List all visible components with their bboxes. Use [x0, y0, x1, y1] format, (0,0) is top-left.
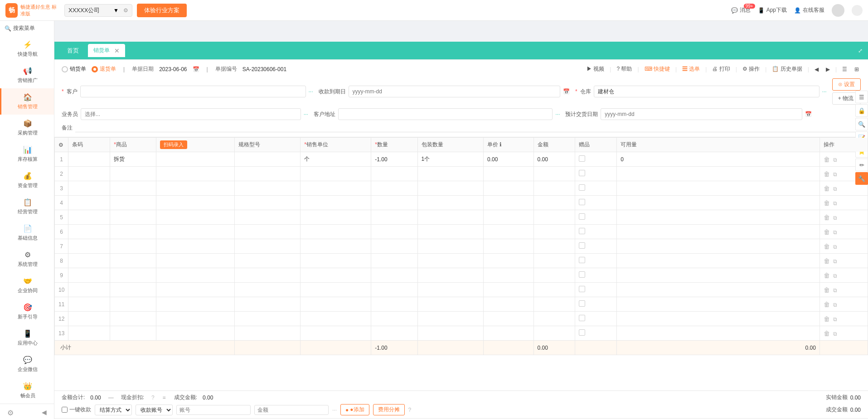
float-btn-1[interactable]: ☰ — [855, 91, 868, 103]
row-spec[interactable] — [234, 283, 301, 297]
sidebar-item-operations[interactable]: 📋 经营管理 — [0, 193, 54, 220]
row-product[interactable] — [110, 239, 156, 254]
customer-address-input[interactable] — [338, 108, 553, 120]
message-button[interactable]: 💬 消息 99+ — [731, 6, 751, 14]
tab-close-icon[interactable]: ✕ — [114, 47, 120, 54]
amount-input[interactable] — [254, 405, 329, 415]
scan-button[interactable]: 扫码录入 — [160, 140, 187, 149]
row-pkg-qty[interactable] — [417, 239, 484, 254]
sidebar-collapse-button[interactable]: ◀ — [42, 409, 47, 417]
row-unit-price[interactable] — [484, 181, 533, 196]
delete-row-icon[interactable]: 🗑 — [824, 214, 830, 221]
sidebar-item-guide[interactable]: 🎯 新手引导 — [0, 299, 54, 325]
row-spec[interactable] — [234, 312, 301, 326]
row-amount[interactable] — [533, 268, 575, 283]
row-barcode[interactable] — [68, 167, 110, 181]
sidebar-item-quick-nav[interactable]: ⚡ 快捷导航 — [0, 36, 54, 62]
row-gift[interactable] — [575, 297, 617, 312]
row-amount[interactable] — [533, 225, 575, 239]
row-unit[interactable] — [301, 210, 371, 225]
expand-icon[interactable]: ⤢ — [858, 48, 863, 54]
row-unit[interactable] — [301, 283, 371, 297]
delete-row-icon[interactable]: 🗑 — [824, 170, 830, 178]
row-product[interactable] — [110, 268, 156, 283]
row-quantity[interactable] — [371, 181, 417, 196]
copy-row-icon[interactable]: ⧉ — [833, 200, 837, 207]
row-unit-price[interactable] — [484, 210, 533, 225]
copy-row-icon[interactable]: ⧉ — [833, 186, 837, 192]
company-selector[interactable]: XXXXX公司 ▼ ⚙ — [64, 4, 132, 17]
row-quantity[interactable] — [371, 196, 417, 210]
float-btn-3[interactable]: 🔍 — [855, 118, 868, 130]
expenses-split-button[interactable]: 费用分摊 — [373, 404, 405, 415]
row-unit-price[interactable] — [484, 167, 533, 181]
add-button[interactable]: ● ●添加 — [340, 404, 369, 415]
toolbar-video[interactable]: ▶ 视频 — [585, 64, 606, 74]
row-unit[interactable] — [301, 268, 371, 283]
warehouse-dots[interactable]: ··· — [822, 88, 827, 95]
warehouse-input[interactable] — [594, 86, 820, 97]
row-barcode[interactable] — [68, 210, 110, 225]
row-gift[interactable] — [575, 268, 617, 283]
copy-row-icon[interactable]: ⧉ — [833, 287, 837, 294]
row-unit[interactable] — [301, 196, 371, 210]
row-product[interactable] — [110, 297, 156, 312]
row-pkg-qty[interactable] — [417, 196, 484, 210]
row-quantity[interactable] — [371, 167, 417, 181]
toolbar-shortcut[interactable]: ⌨ 快捷键 — [643, 64, 672, 74]
row-unit[interactable] — [301, 312, 371, 326]
delete-row-icon[interactable]: 🗑 — [824, 243, 830, 250]
sidebar-item-marketing[interactable]: 📢 营销推广 — [0, 62, 54, 88]
float-btn-2[interactable]: 🔒 — [855, 104, 868, 117]
row-unit-price[interactable] — [484, 196, 533, 210]
row-unit-price[interactable] — [484, 297, 533, 312]
online-service-button[interactable]: 👤 在线客服 — [794, 6, 824, 14]
row-spec[interactable] — [234, 254, 301, 268]
radio-return-order[interactable]: 退货单 — [92, 65, 116, 73]
copy-row-icon[interactable]: ⧉ — [833, 316, 837, 323]
gift-checkbox[interactable] — [579, 271, 585, 278]
row-gift[interactable] — [575, 326, 617, 341]
row-spec[interactable] — [234, 181, 301, 196]
copy-row-icon[interactable]: ⧉ — [833, 215, 837, 221]
gift-checkbox[interactable] — [579, 242, 585, 249]
row-gift[interactable] — [575, 283, 617, 297]
row-spec[interactable] — [234, 326, 301, 341]
delete-row-icon[interactable]: 🗑 — [824, 257, 830, 265]
float-btn-7[interactable]: 🔧 — [855, 172, 868, 185]
tab-sales-order[interactable]: 销货单 ✕ — [88, 44, 125, 57]
row-amount[interactable] — [533, 283, 575, 297]
trial-button[interactable]: 体验行业方案 — [137, 4, 187, 17]
sidebar-item-enterprise[interactable]: 🤝 企业协同 — [0, 272, 54, 299]
account-number-input[interactable] — [176, 405, 251, 415]
copy-row-icon[interactable]: ⧉ — [833, 244, 837, 250]
row-gift[interactable] — [575, 239, 617, 254]
copy-row-icon[interactable]: ⧉ — [833, 331, 837, 337]
dots-icon[interactable]: ··· — [332, 407, 337, 413]
row-quantity[interactable] — [371, 297, 417, 312]
col-scan[interactable]: 扫码录入 — [156, 138, 234, 152]
row-spec[interactable] — [234, 225, 301, 239]
row-pkg-qty[interactable] — [417, 297, 484, 312]
row-amount[interactable] — [533, 210, 575, 225]
delete-row-icon[interactable]: 🗑 — [824, 185, 830, 192]
calendar-due-icon[interactable]: 📅 — [563, 88, 570, 95]
app-download-button[interactable]: 📱 App下载 — [758, 6, 787, 14]
row-gift[interactable] — [575, 167, 617, 181]
row-pkg-qty[interactable] — [417, 167, 484, 181]
row-pkg-qty[interactable] — [417, 283, 484, 297]
row-pkg-qty[interactable] — [417, 312, 484, 326]
row-quantity[interactable]: -1.00 — [371, 152, 417, 167]
delete-row-icon[interactable]: 🗑 — [824, 330, 830, 337]
toolbar-print[interactable]: 🖨 打印 — [710, 64, 732, 74]
row-pkg-qty[interactable] — [417, 268, 484, 283]
customer-input[interactable] — [80, 86, 306, 97]
row-quantity[interactable] — [371, 268, 417, 283]
gift-checkbox[interactable] — [579, 199, 585, 205]
row-barcode[interactable] — [68, 312, 110, 326]
tab-home[interactable]: 首页 — [60, 43, 86, 58]
expected-date-input[interactable] — [601, 108, 802, 120]
settings-button[interactable]: ⊙ 设置 — [832, 78, 861, 91]
toolbar-prev[interactable]: ◀ — [813, 65, 820, 73]
row-product[interactable] — [110, 254, 156, 268]
